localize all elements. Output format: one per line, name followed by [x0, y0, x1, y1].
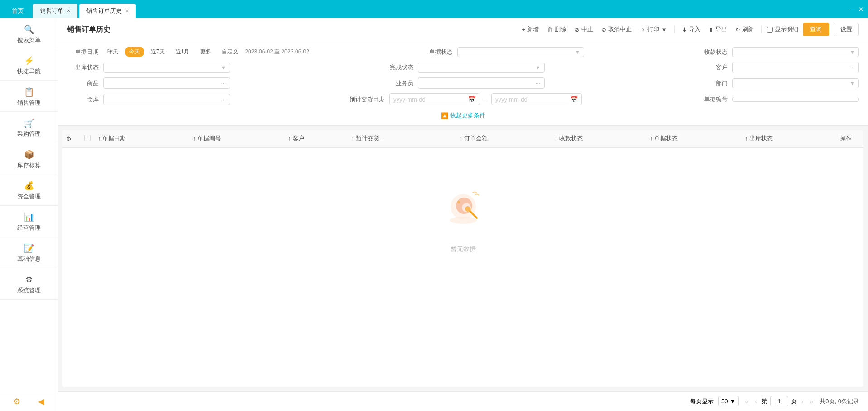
empty-icon [441, 184, 486, 238]
import-button[interactable]: ⬇ 导入 [680, 24, 702, 34]
th-pay-status[interactable]: ↕ 收款状态 [551, 130, 646, 148]
date-btn-today[interactable]: 今天 [125, 47, 144, 57]
window-close[interactable]: ✕ [858, 6, 863, 13]
page-size-label: 每页显示 [690, 397, 714, 406]
delivery-date-from-input[interactable]: yyyy-mm-dd 📅 [389, 93, 480, 105]
delete-button[interactable]: 🗑 删除 [545, 24, 568, 34]
date-btn-more[interactable]: 更多 [196, 47, 215, 57]
page-first-button[interactable]: « [743, 397, 750, 406]
salesperson-input[interactable]: ··· [418, 77, 545, 89]
new-button[interactable]: + 新增 [520, 24, 541, 34]
sidebar-item-purchase-mgmt[interactable]: 🛒 采购管理 [0, 112, 58, 143]
sidebar-item-inventory[interactable]: 📦 库存核算 [0, 143, 58, 174]
sidebar-bottom: ⚙ ◀ [0, 392, 58, 411]
sidebar-item-quick-nav[interactable]: ⚡ 快捷导航 [0, 49, 58, 81]
page-label: 第 [762, 397, 767, 406]
page-size-select[interactable]: 50 ▼ [718, 396, 739, 406]
salesperson-dots: ··· [536, 80, 541, 87]
export-button[interactable]: ⬆ 导出 [707, 24, 729, 34]
main-layout: 🔍 搜索菜单 ⚡ 快捷导航 📋 销售管理 🛒 采购管理 📦 库存核算 💰 资金管… [0, 18, 868, 411]
sidebar-item-finance[interactable]: 💰 资金管理 [0, 174, 58, 206]
tab-sales-order-label: 销售订单 [40, 7, 63, 15]
page-number-input[interactable] [770, 396, 788, 406]
payment-status-arrow: ▼ [850, 49, 855, 55]
refresh-button[interactable]: ↻ 刷新 [734, 24, 756, 34]
page-last-button[interactable]: » [808, 397, 815, 406]
delivery-status-select[interactable]: ▼ [103, 63, 230, 73]
th-settings[interactable]: ⚙ [62, 130, 81, 148]
sidebar-item-quick-nav-label: 快捷导航 [17, 68, 41, 76]
date-btn-custom[interactable]: 自定义 [218, 47, 242, 57]
th-customer[interactable]: ↕ 客户 [284, 130, 348, 148]
th-order-status[interactable]: ↕ 单据状态 [646, 130, 741, 148]
collapse-bar[interactable]: 🔼 收起更多条件 [67, 110, 859, 120]
warehouse-input[interactable]: ··· [103, 94, 230, 105]
query-button[interactable]: 查询 [803, 23, 829, 36]
order-status-select[interactable]: ▼ [457, 47, 584, 57]
table-footer: 每页显示 50 ▼ « ‹ 第 页 › » 共0页, 0条记录 [58, 391, 868, 411]
th-date[interactable]: ↕ 单据日期 [94, 130, 189, 148]
tab-sales-order-history[interactable]: 销售订单历史 × [79, 4, 136, 18]
page-prev-button[interactable]: ‹ [753, 397, 759, 406]
show-detail-checkbox-group[interactable]: 显示明细 [767, 25, 798, 34]
empty-text: 暂无数据 [451, 245, 476, 253]
customer-filter-label: 客户 [696, 63, 732, 72]
tab-sales-order-history-close[interactable]: × [125, 8, 129, 14]
export-label: 导出 [715, 25, 727, 34]
cancel-stop-button[interactable]: ⊘ 取消中止 [599, 24, 633, 34]
page-next-button[interactable]: › [800, 397, 806, 406]
delivery-date-from-value: yyyy-mm-dd [393, 96, 426, 103]
th-no[interactable]: ↕ 单据编号 [189, 130, 284, 148]
th-amount[interactable]: ↕ 订单金额 [456, 130, 551, 148]
date-btn-1month[interactable]: 近1月 [172, 47, 194, 57]
product-input[interactable]: ··· [103, 77, 230, 89]
customer-dots: ··· [850, 64, 855, 71]
toolbar: + 新增 🗑 删除 ⊘ 中止 ⊘ 取消中止 🖨 打印 [520, 23, 859, 36]
payment-status-select[interactable]: ▼ [732, 47, 859, 57]
new-icon: + [522, 26, 526, 33]
window-minimize[interactable]: — [849, 6, 855, 13]
basics-icon: 📝 [24, 243, 34, 253]
th-delivery-status[interactable]: ↕ 出库状态 [741, 130, 836, 148]
th-amount-label: ↕ 订单金额 [460, 135, 488, 142]
sidebar-item-sales-mgmt-label: 销售管理 [17, 99, 41, 107]
sales-mgmt-icon: 📋 [24, 87, 34, 97]
sidebar-item-operations[interactable]: 📊 经营管理 [0, 206, 58, 237]
total-info: 共0页, 0条记录 [820, 397, 859, 406]
sidebar-settings-icon[interactable]: ⚙ [13, 396, 20, 406]
settings-button[interactable]: 设置 [834, 23, 859, 36]
tab-sales-order[interactable]: 销售订单 × [33, 4, 77, 18]
print-button[interactable]: 🖨 打印 ▼ [638, 24, 669, 34]
customer-input[interactable]: ··· [732, 62, 859, 73]
header-checkbox[interactable] [84, 135, 91, 141]
show-detail-checkbox[interactable] [767, 27, 773, 33]
sidebar-item-basics-label: 基础信息 [17, 255, 41, 263]
dept-select[interactable]: ▼ [732, 78, 859, 88]
sidebar-collapse-icon[interactable]: ◀ [38, 396, 44, 406]
sidebar-item-finance-label: 资金管理 [17, 193, 41, 201]
date-btn-7days[interactable]: 近7天 [147, 47, 169, 57]
th-pay-status-label: ↕ 收款状态 [555, 135, 583, 142]
order-no-input[interactable] [732, 97, 859, 102]
tab-home[interactable]: 首页 [5, 4, 31, 18]
delivery-date-from-calendar[interactable]: 📅 [468, 96, 476, 103]
th-delivery-date[interactable]: ↕ 预计交货... [348, 130, 456, 148]
sidebar-item-system[interactable]: ⚙ 系统管理 [0, 268, 58, 300]
delivery-date-to-input[interactable]: yyyy-mm-dd 📅 [491, 93, 582, 105]
table-header-row: ⚙ ↕ 单据日期 ↕ 单据编号 ↕ 客户 ↕ 预计交货... [62, 130, 863, 148]
completion-status-select[interactable]: ▼ [418, 63, 545, 73]
tab-sales-order-close[interactable]: × [67, 8, 70, 14]
stop-icon: ⊘ [575, 26, 580, 33]
delivery-date-to-calendar[interactable]: 📅 [570, 96, 578, 103]
sidebar-item-search-menu[interactable]: 🔍 搜索菜单 [0, 18, 58, 49]
order-no-filter-label: 单据编号 [696, 95, 732, 103]
empty-state: 暂无数据 [62, 148, 863, 290]
date-quick-group: 昨天 今天 近7天 近1月 更多 自定义 2023-06-02 至 2023-0… [103, 47, 309, 57]
print-icon: 🖨 [640, 26, 646, 33]
date-btn-yesterday[interactable]: 昨天 [103, 47, 122, 57]
sidebar-item-basics[interactable]: 📝 基础信息 [0, 237, 58, 268]
th-no-label: ↕ 单据编号 [193, 135, 221, 142]
stop-button[interactable]: ⊘ 中止 [573, 24, 595, 34]
refresh-icon: ↻ [735, 26, 740, 33]
sidebar-item-sales-mgmt[interactable]: 📋 销售管理 [0, 81, 58, 112]
